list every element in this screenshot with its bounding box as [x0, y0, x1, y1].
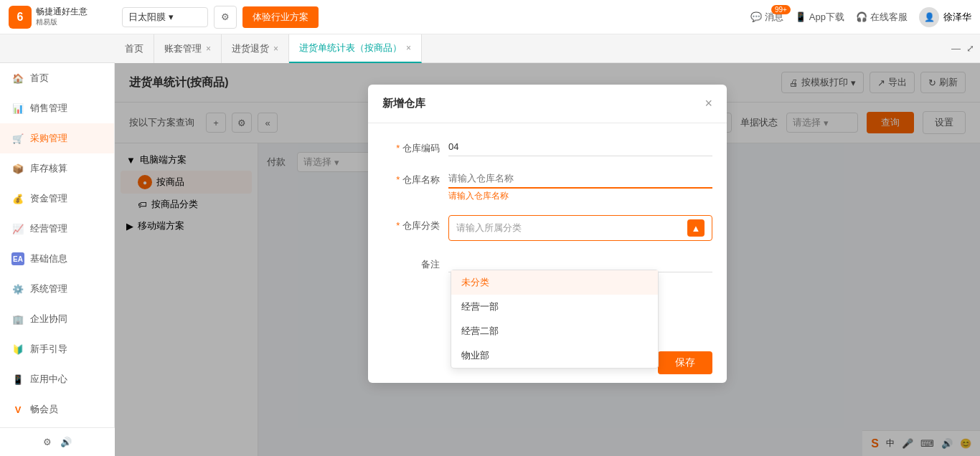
tab-purchase-stats[interactable]: 进货单统计表（按商品） × — [289, 34, 422, 63]
name-input-container: 请输入仓库名称 — [448, 169, 712, 202]
modal-close-button[interactable]: × — [705, 96, 712, 111]
sidebar-item-guide[interactable]: 🔰 新手引导 — [0, 334, 114, 364]
sidebar-inventory-label: 库存核算 — [30, 162, 67, 175]
sidebar-item-sales[interactable]: 📊 销售管理 — [0, 93, 114, 123]
warehouse-name-input[interactable] — [448, 169, 712, 189]
warehouse-name-row: * 仓库名称 请输入仓库名称 — [382, 169, 712, 202]
sidebar-item-operation[interactable]: 📈 经营管理 — [0, 214, 114, 244]
sidebar-finance-label: 资金管理 — [30, 192, 67, 205]
sidebar-guide-label: 新手引导 — [30, 343, 67, 356]
user-name: 徐泽华 — [943, 11, 971, 24]
app-icon: 📱 — [11, 373, 24, 386]
message-button[interactable]: 💬 消息 99+ — [750, 11, 783, 24]
online-service-button[interactable]: 🎧 在线客服 — [856, 11, 908, 24]
sidebar-operation-label: 经营管理 — [30, 222, 67, 235]
dropdown-option-dept1[interactable]: 经营一部 — [451, 295, 658, 319]
warehouse-category-row: * 仓库分类 请输入所属分类 ▲ — [382, 215, 712, 241]
sidebar-purchase-label: 采购管理 — [30, 132, 67, 145]
sidebar-bottom: ⚙ 🔊 — [0, 427, 115, 456]
home-icon: 🏠 — [11, 72, 24, 85]
sidebar-enterprise-label: 企业协同 — [30, 313, 67, 326]
user-profile[interactable]: 👤 徐泽华 — [919, 7, 971, 27]
tab-account-close[interactable]: × — [206, 44, 211, 54]
dropdown-option-uncategorized[interactable]: 未分类 — [451, 270, 658, 295]
tab-purchase-return-label: 进货退货 — [232, 42, 269, 55]
logo-text-block: 畅捷通好生意 精易版 — [36, 6, 88, 28]
tab-minimize-icon[interactable]: — — [951, 43, 961, 54]
sidebar-item-purchase[interactable]: 🛒 采购管理 — [0, 123, 114, 153]
dropdown-option-property[interactable]: 物业部 — [451, 343, 658, 368]
tab-bar: 首页 账套管理 × 进货退货 × 进货单统计表（按商品） × — ⤢ — [0, 34, 980, 63]
message-badge: 99+ — [771, 5, 791, 14]
app-logo: 6 — [9, 6, 32, 29]
sidebar-system-label: 系统管理 — [30, 282, 67, 295]
enterprise-icon: 🏢 — [11, 313, 24, 326]
tab-account[interactable]: 账套管理 × — [154, 34, 222, 63]
store-name: 日太阳膜 — [128, 11, 166, 24]
sidebar-item-app[interactable]: 📱 应用中心 — [0, 364, 114, 394]
finance-icon: 💰 — [11, 192, 24, 205]
modal-overlay: 新增仓库 × * 仓库编码 — [115, 63, 980, 456]
sidebar-item-enterprise[interactable]: 🏢 企业协同 — [0, 304, 114, 334]
main-layout: 🏠 首页 📊 销售管理 🛒 采购管理 📦 库存核算 💰 资金管理 📈 经营管理 … — [0, 63, 980, 456]
sidebar-vip-label: 畅会员 — [30, 403, 58, 416]
name-label: * 仓库名称 — [382, 169, 440, 186]
sidebar-item-basic[interactable]: EA 基础信息 — [0, 244, 114, 274]
sidebar-item-vip[interactable]: V 畅会员 — [0, 394, 114, 424]
tab-purchase-return[interactable]: 进货退货 × — [222, 34, 289, 63]
phone-icon: 📱 — [795, 11, 806, 22]
basic-icon: EA — [11, 252, 24, 265]
sidebar-home-label: 首页 — [30, 72, 49, 85]
top-header: 6 畅捷通好生意 精易版 日太阳膜 ▾ ⚙ 体验行业方案 💬 消息 99+ 📱 … — [0, 0, 980, 34]
sidebar-sales-label: 销售管理 — [30, 102, 67, 115]
trial-button[interactable]: 体验行业方案 — [242, 6, 319, 28]
warehouse-code-input[interactable] — [448, 138, 712, 156]
warehouse-code-row: * 仓库编码 — [382, 138, 712, 156]
category-dropdown-list: 未分类 经营一部 经营二部 物业部 — [451, 270, 659, 369]
category-placeholder: 请输入所属分类 — [456, 222, 522, 234]
sidebar-item-home[interactable]: 🏠 首页 — [0, 63, 114, 93]
tab-account-label: 账套管理 — [164, 42, 202, 55]
name-error-msg: 请输入仓库名称 — [448, 190, 712, 202]
tab-right-actions: — ⤢ — [951, 43, 980, 54]
gear-icon: ⚙ — [221, 11, 230, 22]
tab-purchase-return-close[interactable]: × — [273, 44, 278, 54]
sidebar-item-system[interactable]: ⚙️ 系统管理 — [0, 274, 114, 304]
app-name: 畅捷通好生意 — [36, 6, 88, 18]
logo-area: 6 畅捷通好生意 精易版 — [9, 6, 116, 29]
dropdown-option-dept2[interactable]: 经营二部 — [451, 319, 658, 343]
category-label: * 仓库分类 — [382, 215, 440, 232]
sidebar-basic-label: 基础信息 — [30, 252, 67, 265]
chevron-up-icon: ▲ — [687, 219, 705, 237]
code-input-container — [448, 138, 712, 156]
purchase-icon: 🛒 — [11, 132, 24, 145]
save-button[interactable]: 保存 — [658, 351, 712, 374]
avatar: 👤 — [919, 7, 939, 27]
app-download-label: App下载 — [809, 11, 844, 24]
tab-expand-icon[interactable]: ⤢ — [966, 43, 974, 54]
settings-bottom-icon[interactable]: ⚙ — [43, 437, 52, 447]
sidebar-item-inventory[interactable]: 📦 库存核算 — [0, 153, 114, 184]
online-service-label: 在线客服 — [870, 11, 908, 24]
headset-icon: 🎧 — [856, 11, 867, 22]
modal-header: 新增仓库 × — [368, 85, 727, 123]
category-dropdown[interactable]: 请输入所属分类 ▲ — [448, 215, 712, 241]
app-sub: 精易版 — [36, 17, 88, 27]
sidebar-app-label: 应用中心 — [30, 373, 67, 386]
note-label: 备注 — [382, 254, 440, 271]
tab-purchase-stats-close[interactable]: × — [406, 43, 411, 53]
code-label: * 仓库编码 — [382, 138, 440, 155]
tab-purchase-stats-label: 进货单统计表（按商品） — [299, 42, 402, 54]
system-icon: ⚙️ — [11, 282, 24, 295]
vip-icon: V — [11, 403, 24, 416]
chevron-down-icon: ▾ — [169, 11, 174, 22]
sidebar: 🏠 首页 📊 销售管理 🛒 采购管理 📦 库存核算 💰 资金管理 📈 经营管理 … — [0, 63, 115, 456]
guide-icon: 🔰 — [11, 343, 24, 356]
operation-icon: 📈 — [11, 222, 24, 235]
volume-icon[interactable]: 🔊 — [60, 437, 72, 447]
settings-button[interactable]: ⚙ — [214, 6, 237, 29]
sidebar-item-finance[interactable]: 💰 资金管理 — [0, 184, 114, 214]
tab-home[interactable]: 首页 — [115, 34, 154, 63]
app-download-button[interactable]: 📱 App下载 — [795, 11, 844, 24]
store-selector[interactable]: 日太阳膜 ▾ — [122, 7, 208, 27]
